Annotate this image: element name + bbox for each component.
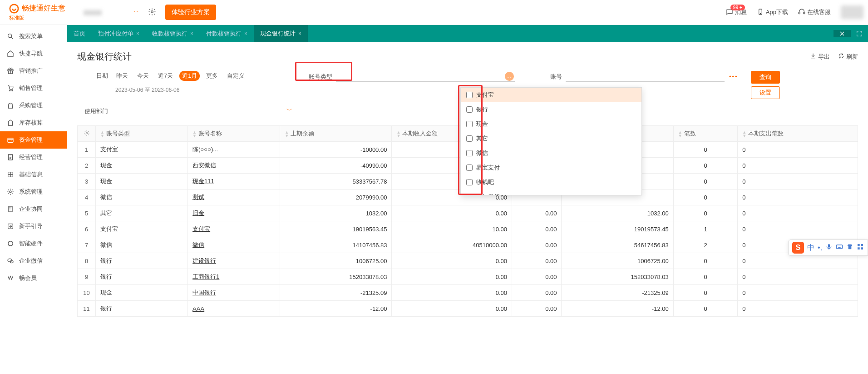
close-icon[interactable]: × — [190, 30, 193, 37]
dropdown-option[interactable]: 收钱吧 — [461, 175, 641, 189]
dropdown-option[interactable]: 支付宝 — [461, 88, 641, 102]
sort-icon[interactable]: ▲▼ — [678, 130, 682, 138]
option-checkbox[interactable] — [466, 135, 473, 142]
close-all-tabs-button[interactable] — [833, 30, 851, 37]
date-chip[interactable]: 自定义 — [224, 71, 247, 81]
messages-link[interactable]: 消息 99 + — [726, 8, 747, 17]
ime-mic-icon[interactable] — [825, 243, 833, 252]
filter-settings-button[interactable]: 设置 — [751, 86, 780, 99]
cell-account-name[interactable]: 中国银行 — [188, 285, 280, 301]
ime-toolbar[interactable]: S 中 •, — [788, 239, 868, 256]
sidebar-item-guide[interactable]: 新手引导 — [0, 218, 67, 235]
sidebar-item-wallet[interactable]: 资金管理 — [0, 131, 67, 149]
cell-account-name[interactable]: 测试 — [188, 189, 280, 205]
cell-account-name[interactable]: 西安微信 — [188, 158, 280, 174]
option-checkbox[interactable] — [466, 150, 473, 156]
refresh-button[interactable]: 刷新 — [838, 53, 858, 61]
sidebar-item-doc[interactable]: 经营管理 — [0, 149, 67, 166]
account-type-input[interactable] — [336, 71, 515, 82]
dropdown-option[interactable]: 现金 — [461, 117, 641, 131]
sidebar-item-search[interactable]: 搜索菜单 — [0, 28, 67, 45]
option-checkbox[interactable] — [466, 194, 473, 195]
date-chip[interactable]: 更多 — [203, 71, 221, 81]
cart-icon — [6, 84, 15, 92]
close-icon[interactable]: × — [136, 30, 139, 37]
dropdown-option[interactable]: 易宝支付 — [461, 160, 641, 175]
sidebar-item-wechat[interactable]: 企业微信 — [0, 252, 67, 269]
dropdown-option[interactable]: 银行 — [461, 102, 641, 117]
ime-skin-icon[interactable] — [846, 243, 853, 252]
sidebar-item-chip[interactable]: 智能硬件 — [0, 235, 67, 252]
tab[interactable]: 付款核销执行× — [200, 25, 254, 42]
cell-account-name[interactable]: 支付宝 — [188, 221, 280, 237]
sort-icon[interactable]: ▲▼ — [396, 130, 400, 138]
settings-icon[interactable] — [148, 8, 156, 17]
sort-icon[interactable]: ▲▼ — [285, 130, 289, 138]
cell-account-name[interactable]: AAA — [188, 301, 280, 317]
table-header-cell[interactable] — [78, 126, 96, 142]
sidebar-item-bag[interactable]: 采购管理 — [0, 97, 67, 114]
sidebar-item-home[interactable]: 快捷导航 — [0, 45, 67, 62]
dropdown-option[interactable]: 其它 — [461, 131, 641, 146]
company-name[interactable]: XXXX — [84, 9, 102, 16]
table-header-cell[interactable]: ▲▼账号名称 — [188, 126, 280, 142]
dropdown-option[interactable]: 微信 — [461, 146, 641, 160]
tab[interactable]: 首页 — [67, 25, 92, 42]
more-filters-icon[interactable]: ••• — [729, 73, 738, 80]
option-checkbox[interactable] — [466, 179, 473, 185]
sidebar-item-grid[interactable]: 基础信息 — [0, 166, 67, 183]
table-header-cell[interactable]: ▲▼本期支出笔数 — [738, 126, 858, 142]
collapse-filter-icon[interactable]: ︿ — [505, 72, 514, 81]
sidebar-item-gear[interactable]: 系统管理 — [0, 183, 67, 200]
sort-icon[interactable]: ▲▼ — [742, 130, 746, 138]
department-select[interactable]: ﹀ — [113, 106, 292, 115]
ime-punct-icon[interactable]: •, — [818, 244, 822, 252]
sidebar-item-house[interactable]: 库存核算 — [0, 114, 67, 131]
cell-account-name[interactable]: 现金111 — [188, 174, 280, 189]
online-cs-link[interactable]: 在线客服 — [798, 8, 831, 17]
cell-hidden1: 0.00 — [512, 285, 562, 301]
sort-icon[interactable]: ▲▼ — [192, 130, 197, 138]
app-download-link[interactable]: App下载 — [757, 8, 788, 17]
ime-toolbox-icon[interactable] — [857, 243, 864, 252]
close-icon[interactable]: × — [244, 30, 247, 37]
promo-button[interactable]: 体验行业方案 — [165, 5, 216, 20]
option-checkbox[interactable] — [466, 165, 473, 171]
cell-hidden1: 0.00 — [512, 253, 562, 269]
export-button[interactable]: 导出 — [810, 53, 830, 61]
sidebar-item-building[interactable]: 企业协同 — [0, 200, 67, 218]
date-chip[interactable]: 近1月 — [179, 71, 200, 81]
tab[interactable]: 现金银行统计× — [254, 25, 308, 42]
cell-account-name[interactable]: 旧金 — [188, 205, 280, 221]
ime-lang-label[interactable]: 中 — [807, 243, 814, 253]
close-icon[interactable]: × — [298, 30, 301, 37]
cell-account-name[interactable]: 陈(○○○)... — [188, 142, 280, 158]
cell-hidden2: -21325.09 — [562, 285, 673, 301]
table-settings-icon[interactable] — [84, 131, 90, 138]
account-number-input[interactable] — [566, 71, 725, 82]
date-chip[interactable]: 昨天 — [113, 71, 131, 81]
sidebar-item-cart[interactable]: 销售管理 — [0, 80, 67, 97]
tab[interactable]: 预付冲应付单× — [92, 25, 146, 42]
sort-icon[interactable]: ▲▼ — [100, 130, 104, 138]
option-checkbox[interactable] — [466, 106, 473, 113]
cell-account-name[interactable]: 工商银行1 — [188, 269, 280, 285]
tab[interactable]: 收款核销执行× — [146, 25, 200, 42]
cell-account-name[interactable]: 建设银行 — [188, 253, 280, 269]
table-header-cell[interactable]: ▲▼笔数 — [673, 126, 738, 142]
ime-keyboard-icon[interactable] — [836, 243, 843, 252]
query-button[interactable]: 查询 — [751, 71, 780, 84]
avatar[interactable] — [841, 5, 863, 19]
table-header-cell[interactable]: ▲▼账号类型 — [96, 126, 188, 142]
option-checkbox[interactable] — [466, 121, 473, 127]
fullscreen-button[interactable] — [851, 30, 868, 37]
date-chip[interactable]: 近7天 — [155, 71, 176, 81]
option-checkbox[interactable] — [466, 92, 473, 98]
company-dropdown-icon[interactable]: ﹀ — [133, 9, 139, 16]
sidebar-item-vip[interactable]: 畅会员 — [0, 269, 67, 287]
dropdown-option[interactable]: 长沙银行 — [461, 189, 641, 195]
cell-account-name[interactable]: 微信 — [188, 237, 280, 253]
date-chip[interactable]: 今天 — [134, 71, 152, 81]
table-header-cell[interactable]: ▲▼上期余额 — [280, 126, 392, 142]
sidebar-item-gift[interactable]: 营销推广 — [0, 62, 67, 80]
